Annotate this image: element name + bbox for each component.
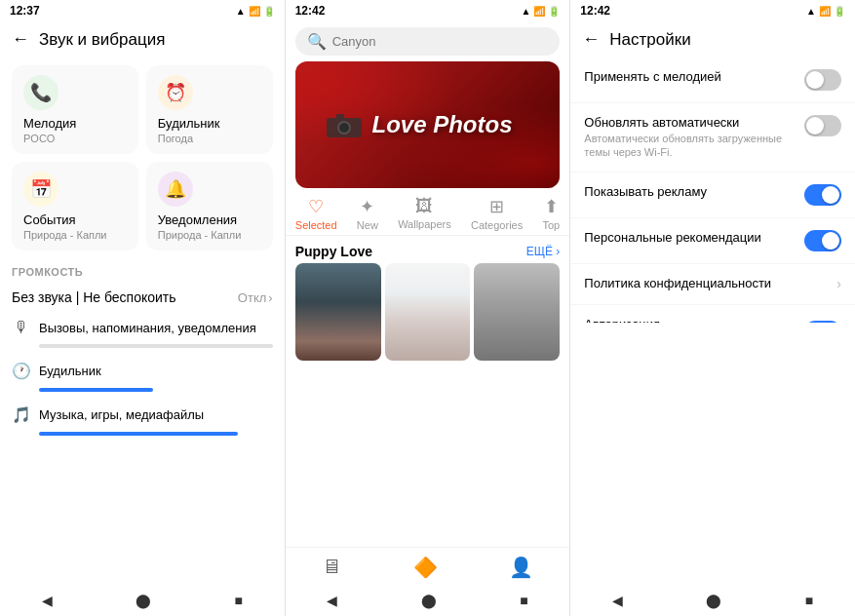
tab-new[interactable]: ✦ New — [357, 196, 378, 231]
melody-icon: 📞 — [23, 75, 58, 110]
home-bar-3: ◀ ⬤ ■ — [570, 587, 855, 616]
privacy-row[interactable]: Политика конфиденциальности › — [570, 264, 855, 305]
calls-volume-row: 🎙 Вызовы, напоминания, уведомления — [0, 313, 285, 342]
tab-top-label: Top — [542, 219, 560, 231]
alarm-icon: ⏰ — [158, 75, 193, 110]
home-bar-2: ◀ ⬤ ■ — [286, 587, 570, 616]
auto-update-desc: Автоматически обновлять загруженные темы… — [584, 132, 804, 160]
volume-label: ГРОМКОСТЬ — [0, 258, 285, 282]
back-gesture-1[interactable]: ◀ — [42, 593, 53, 608]
auto-update-row[interactable]: Обновлять автоматически Автоматически об… — [570, 103, 855, 173]
status-icons-1: ▲ 📶 🔋 — [236, 6, 275, 17]
recent-gesture-1[interactable]: ■ — [234, 593, 242, 608]
calls-slider[interactable] — [39, 344, 273, 348]
bottom-profile-icon[interactable]: 👤 — [509, 556, 533, 579]
home-bar-1: ◀ ⬤ ■ — [0, 587, 285, 616]
status-bar-2: 12:42 ▲ 📶 🔋 — [286, 0, 570, 21]
mic-icon: 🎙 — [12, 319, 31, 336]
hero-image[interactable]: Love Photos — [295, 61, 561, 188]
events-sub: Природа - Капли — [23, 229, 127, 241]
show-ads-row[interactable]: Показывать рекламу — [570, 173, 855, 218]
heart-icon: ♡ — [308, 196, 324, 217]
star-icon: ✦ — [360, 196, 374, 217]
alarm-item[interactable]: ⏰ Будильник Погода — [146, 65, 273, 154]
status-icons-2: ▲ 📶 🔋 — [521, 6, 560, 17]
sound-grid: 📞 Мелодия POCO ⏰ Будильник Погода 📅 Собы… — [0, 58, 285, 258]
back-button-3[interactable]: ← — [582, 29, 600, 50]
tab-top[interactable]: ⬆ Top — [542, 196, 560, 231]
notifications-item[interactable]: 🔔 Уведомления Природа - Капли — [146, 162, 273, 250]
svg-point-2 — [339, 123, 349, 133]
music-icon: 🎵 — [12, 405, 31, 424]
section-more[interactable]: ЕЩЁ › — [526, 245, 561, 258]
recent-gesture-2[interactable]: ■ — [520, 593, 527, 608]
show-ads-toggle[interactable] — [804, 184, 841, 206]
alarm-sub: Погода — [158, 133, 261, 144]
back-gesture-2[interactable]: ◀ — [327, 593, 337, 608]
tab-wallpapers-label: Wallpapers — [398, 218, 451, 230]
melody-sub: POCO — [23, 133, 127, 144]
bottom-home-icon[interactable]: 🖥 — [322, 556, 341, 579]
wallpaper-panel: 12:42 ▲ 📶 🔋 🔍 Love Photos ♡ Selected ✦ N… — [285, 0, 570, 616]
melody-item[interactable]: 📞 Мелодия POCO — [12, 65, 138, 154]
photo-dog1[interactable] — [295, 263, 381, 361]
recent-gesture-3[interactable]: ■ — [805, 593, 813, 608]
alarm-title: Будильник — [158, 116, 261, 131]
notifications-icon: 🔔 — [158, 172, 193, 207]
melody-setting-row[interactable]: Применять с мелодией — [570, 58, 855, 103]
tab-categories[interactable]: ⊞ Categories — [471, 196, 523, 231]
photo-cat[interactable] — [474, 263, 560, 361]
home-gesture-1[interactable]: ⬤ — [136, 593, 151, 608]
alarm-vol-label: Будильник — [39, 364, 101, 378]
tab-selected[interactable]: ♡ Selected — [295, 196, 337, 231]
personal-rec-toggle[interactable] — [804, 230, 841, 251]
search-bar[interactable]: 🔍 — [295, 27, 561, 56]
auth-row[interactable]: Авторизация Переводя выключатель в полож… — [570, 305, 855, 323]
dnd-row[interactable]: Без звука | Не беспокоить Откл › — [0, 282, 285, 313]
svg-rect-3 — [336, 114, 344, 119]
auto-update-toggle[interactable] — [804, 115, 841, 136]
calls-label: Вызовы, напоминания, уведомления — [39, 321, 256, 335]
auto-update-toggle-control — [804, 115, 841, 136]
section-header: Puppy Love ЕЩЁ › — [286, 236, 570, 263]
top-icon: ⬆ — [544, 196, 559, 217]
show-ads-title: Показывать рекламу — [584, 184, 804, 199]
chevron-right-icon-privacy: › — [836, 276, 841, 291]
tab-new-label: New — [357, 219, 378, 231]
auto-update-title: Обновлять автоматически — [584, 115, 804, 130]
settings-list: Применять с мелодией Обновлять автоматич… — [570, 58, 855, 323]
nav-tabs: ♡ Selected ✦ New 🖼 Wallpapers ⊞ Categori… — [286, 188, 570, 236]
clock-icon: 🕐 — [12, 362, 31, 380]
wallpapers-icon: 🖼 — [415, 196, 433, 216]
alarm-slider[interactable] — [39, 388, 153, 392]
media-volume-row: 🎵 Музыка, игры, медиафайлы — [0, 400, 285, 430]
auth-toggle-control — [804, 317, 841, 323]
melody-toggle-control — [804, 69, 841, 91]
melody-setting-title: Применять с мелодией — [584, 69, 804, 84]
home-gesture-3[interactable]: ⬤ — [706, 593, 721, 608]
panel3-title: Настройки — [609, 30, 690, 50]
section-title: Puppy Love — [295, 244, 372, 259]
tab-categories-label: Categories — [471, 219, 523, 231]
photo-grid — [286, 263, 570, 547]
status-bar-3: 12:42 ▲ 📶 🔋 — [570, 0, 855, 21]
melody-toggle[interactable] — [804, 69, 841, 91]
bottom-themes-icon[interactable]: 🔶 — [413, 556, 438, 579]
back-gesture-3[interactable]: ◀ — [612, 593, 623, 608]
media-vol-label: Музыка, игры, медиафайлы — [39, 407, 204, 422]
auth-toggle[interactable] — [804, 321, 841, 323]
photo-dog2[interactable] — [385, 263, 471, 361]
tab-wallpapers[interactable]: 🖼 Wallpapers — [398, 196, 451, 231]
events-icon: 📅 — [23, 172, 58, 207]
events-item[interactable]: 📅 События Природа - Капли — [12, 162, 138, 250]
home-gesture-2[interactable]: ⬤ — [421, 593, 437, 608]
search-input[interactable] — [332, 34, 549, 49]
back-button-1[interactable]: ← — [12, 29, 29, 50]
bottom-nav: 🖥 🔶 👤 — [286, 547, 570, 587]
events-title: События — [23, 212, 127, 227]
media-slider[interactable] — [39, 432, 238, 436]
personal-rec-toggle-control — [804, 230, 841, 251]
personal-rec-row[interactable]: Персональные рекомендации — [570, 218, 855, 264]
status-icons-3: ▲ 📶 🔋 — [806, 6, 845, 17]
chevron-right-icon: › — [268, 290, 272, 305]
